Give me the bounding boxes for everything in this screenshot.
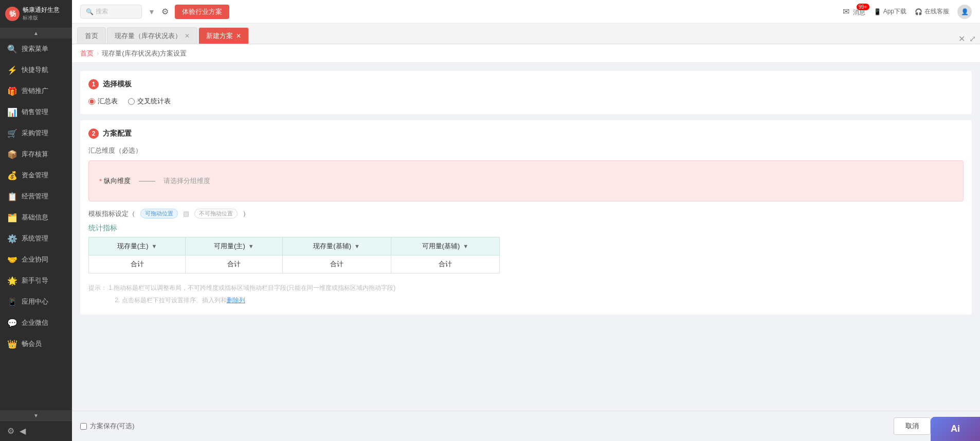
- cancel-button[interactable]: 取消: [894, 417, 931, 435]
- col-header-3-label: 可用量(基辅): [422, 242, 460, 251]
- sidebar-item-label: 采购管理: [22, 128, 48, 138]
- tab-inventory-close[interactable]: ✕: [185, 32, 190, 40]
- sidebar-scroll-down[interactable]: ▼: [0, 410, 72, 420]
- save-checkbox[interactable]: [80, 423, 87, 430]
- message-area[interactable]: ✉ 消息 99+: [843, 7, 865, 17]
- tips-line-1: 提示： 1.拖动标题栏可以调整布局，不可跨维度或指标区域拖动栏目字段(只能在同一…: [88, 282, 964, 294]
- collapse-icon[interactable]: ◀: [20, 426, 26, 436]
- section2-title: 方案配置: [103, 129, 132, 138]
- col-header-0[interactable]: 现存量(主) ▼: [89, 237, 186, 255]
- save-option: 方案保存(可选): [80, 421, 135, 431]
- inventory-icon: 📦: [7, 150, 17, 159]
- tab-close-all-icon[interactable]: ✕: [958, 34, 965, 44]
- radio-cross-input[interactable]: [128, 98, 135, 105]
- sidebar-item-label: 畅会员: [22, 339, 42, 348]
- radio-cross-label: 交叉统计表: [137, 97, 171, 106]
- headset-icon: 🎧: [915, 8, 922, 15]
- stats-table: 现存量(主) ▼ 可用量(主) ▼: [88, 237, 500, 273]
- purchase-icon: 🛒: [7, 128, 17, 138]
- sidebar-item-basic[interactable]: 🗂️ 基础信息: [0, 207, 72, 228]
- sidebar-item-quick-nav[interactable]: ⚡ 快捷导航: [0, 60, 72, 81]
- draggable-badge: 可拖动位置: [140, 209, 178, 218]
- sidebar-item-system[interactable]: ⚙️ 系统管理: [0, 228, 72, 249]
- topbar-gear-icon[interactable]: ⚙: [161, 7, 169, 16]
- cell-0-0: 合计: [89, 255, 186, 273]
- dim-select-hint[interactable]: 请选择分组维度: [164, 176, 210, 186]
- sidebar-item-operations[interactable]: 📋 经营管理: [0, 186, 72, 207]
- topbar: 🔍 搜索 ▼ ⚙ 体验行业方案 ✉ 消息 99+ 📱 App下载 🎧 在线客服 …: [72, 0, 980, 24]
- search-menu-icon: 🔍: [7, 44, 17, 54]
- dim-required-mark: *: [99, 177, 102, 185]
- sidebar-item-sales[interactable]: 📊 销售管理: [0, 102, 72, 123]
- sidebar-nav: 🔍 搜索菜单 ⚡ 快捷导航 🎁 营销推广 📊 销售管理 🛒 采购管理 📦 库存核…: [0, 39, 72, 410]
- topbar-dropdown-icon[interactable]: ▼: [148, 8, 155, 16]
- col-header-1[interactable]: 可用量(主) ▼: [186, 237, 282, 255]
- tab-home[interactable]: 首页: [77, 27, 106, 44]
- tab-new-scheme-close[interactable]: ✕: [236, 32, 241, 40]
- user-avatar[interactable]: 👤: [957, 5, 972, 19]
- dim-vertical-label: 纵向维度: [104, 176, 131, 186]
- col-header-0-label: 现存量(主): [117, 242, 149, 251]
- topbar-search-box[interactable]: 🔍 搜索: [80, 5, 142, 19]
- section1-header: 1 选择模板: [88, 79, 964, 89]
- col-1-chevron[interactable]: ▼: [248, 243, 254, 249]
- sidebar-item-search-menu[interactable]: 🔍 搜索菜单: [0, 39, 72, 60]
- main-area: 🔍 搜索 ▼ ⚙ 体验行业方案 ✉ 消息 99+ 📱 App下载 🎧 在线客服 …: [72, 0, 980, 441]
- col-3-chevron[interactable]: ▼: [463, 243, 468, 249]
- system-icon: ⚙️: [7, 234, 17, 244]
- sidebar-item-label: 企业协同: [22, 255, 48, 264]
- breadcrumb-home[interactable]: 首页: [80, 49, 94, 58]
- tab-expand-icon[interactable]: ⤢: [969, 34, 976, 44]
- cell-0-1: 合计: [186, 255, 282, 273]
- radio-summary[interactable]: 汇总表: [88, 97, 118, 106]
- sidebar-item-label: 资金管理: [22, 171, 48, 180]
- tab-inventory[interactable]: 现存量（库存状况表） ✕: [107, 27, 197, 44]
- section-choose-template: 1 选择模板 汇总表 交叉统计表: [80, 71, 972, 114]
- col-header-3[interactable]: 可用量(基辅) ▼: [391, 237, 499, 255]
- sidebar: 畅 畅康通好生意 标准版 ▲ 🔍 搜索菜单 ⚡ 快捷导航 🎁 营销推广 📊 销售…: [0, 0, 72, 441]
- sidebar-item-member[interactable]: 👑 畅会员: [0, 334, 72, 355]
- industry-scheme-button[interactable]: 体验行业方案: [175, 5, 229, 19]
- contract-icon: 🤝: [7, 255, 17, 265]
- col-0-chevron[interactable]: ▼: [152, 243, 157, 249]
- online-service-area[interactable]: 🎧 在线客服: [915, 7, 949, 16]
- template-radio-group: 汇总表 交叉统计表: [88, 97, 964, 106]
- radio-summary-input[interactable]: [88, 98, 95, 105]
- settings-icon[interactable]: ⚙: [7, 426, 14, 436]
- ai-button[interactable]: Ai: [931, 417, 980, 441]
- radio-cross[interactable]: 交叉统计表: [128, 97, 171, 106]
- sidebar-item-inventory[interactable]: 📦 库存核算: [0, 144, 72, 165]
- tab-new-scheme[interactable]: 新建方案 ✕: [198, 27, 249, 44]
- section1-title: 选择模板: [103, 80, 132, 89]
- sidebar-item-app-center[interactable]: 📱 应用中心: [0, 291, 72, 313]
- ai-label: Ai: [951, 424, 960, 434]
- stats-section-title: 统计指标: [88, 224, 964, 233]
- app-center-icon: 📱: [7, 297, 17, 307]
- tabbar: 首页 现存量（库存状况表） ✕ 新建方案 ✕ ✕ ⤢: [72, 24, 980, 44]
- sidebar-item-label: 快捷导航: [22, 65, 48, 75]
- non-draggable-badge: 不可拖动位置: [194, 209, 238, 218]
- app-download-icon: 📱: [874, 8, 881, 15]
- sidebar-item-finance[interactable]: 💰 资金管理: [0, 165, 72, 186]
- sidebar-scroll-up[interactable]: ▲: [0, 28, 72, 39]
- sidebar-item-label: 系统管理: [22, 234, 48, 243]
- dim-area: * 纵向维度 —— 请选择分组维度: [88, 160, 964, 201]
- tips-area: 提示： 1.拖动标题栏可以调整布局，不可跨维度或指标区域拖动栏目字段(只能在同一…: [88, 282, 964, 306]
- col-header-1-label: 可用量(主): [214, 242, 245, 251]
- col-2-chevron[interactable]: ▼: [354, 243, 360, 249]
- sidebar-item-contract[interactable]: 🤝 企业协同: [0, 249, 72, 270]
- app-download-area[interactable]: 📱 App下载: [874, 7, 906, 16]
- member-icon: 👑: [7, 339, 17, 349]
- sidebar-item-guide[interactable]: 🌟 新手引导: [0, 270, 72, 291]
- col-header-2[interactable]: 现存量(基辅) ▼: [282, 237, 391, 255]
- sidebar-item-wechat[interactable]: 💬 企业微信: [0, 313, 72, 334]
- search-icon: 🔍: [86, 8, 94, 15]
- sidebar-item-marketing[interactable]: 🎁 营销推广: [0, 81, 72, 102]
- sales-icon: 📊: [7, 107, 17, 117]
- section2-num: 2: [88, 128, 99, 139]
- sidebar-item-purchase[interactable]: 🛒 采购管理: [0, 123, 72, 144]
- sidebar-item-label: 经营管理: [22, 192, 48, 201]
- section-scheme-config: 2 方案配置 汇总维度（必选） * 纵向维度 —— 请选择分组维度 模板指标设定…: [80, 120, 972, 315]
- tips-delete-link[interactable]: 删除列: [227, 297, 245, 304]
- search-placeholder: 搜索: [96, 7, 108, 16]
